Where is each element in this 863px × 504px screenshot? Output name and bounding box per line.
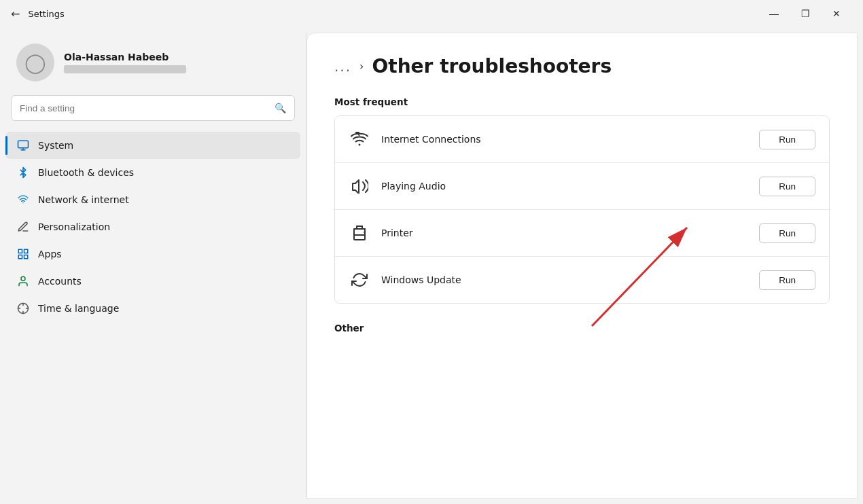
other-section-label: Other [334, 323, 830, 334]
back-icon[interactable]: ← [11, 7, 20, 20]
sidebar-item-label-time: Time & language [38, 303, 119, 314]
run-windows-update-button[interactable]: Run [759, 270, 815, 290]
sidebar-item-system[interactable]: System [5, 132, 300, 159]
troubleshooter-list-frequent: Internet Connections Run Playing Audio R… [334, 115, 830, 304]
user-icon: ◯ [24, 52, 46, 74]
section-label-most-frequent: Most frequent [334, 96, 830, 107]
svg-rect-11 [355, 132, 359, 134]
sidebar-item-network[interactable]: Network & internet [5, 186, 300, 213]
svg-rect-4 [24, 249, 28, 253]
user-name: Ola-Hassan Habeeb [64, 52, 186, 62]
audio-icon [349, 175, 370, 197]
internet-connections-label: Internet Connections [381, 134, 748, 145]
window-controls: — ❐ ✕ [758, 3, 852, 24]
troubleshooter-item-audio: Playing Audio Run [335, 163, 829, 210]
troubleshooter-item-windows-update: Windows Update Run [335, 257, 829, 303]
system-icon [16, 139, 30, 152]
svg-rect-5 [18, 255, 22, 259]
sidebar-item-label-system: System [38, 140, 73, 151]
sidebar-item-label-apps: Apps [38, 249, 62, 259]
printer-icon [349, 222, 370, 244]
app-body: ◯ Ola-Hassan Habeeb 🔍 System [0, 27, 863, 504]
troubleshooter-item-internet: Internet Connections Run [335, 116, 829, 163]
title-bar-left: ← Settings [11, 7, 65, 20]
sidebar: ◯ Ola-Hassan Habeeb 🔍 System [0, 27, 306, 504]
close-button[interactable]: ✕ [821, 3, 852, 24]
svg-rect-13 [357, 226, 362, 229]
svg-rect-12 [354, 235, 365, 240]
sidebar-item-personalization[interactable]: Personalization [5, 213, 300, 240]
search-icon: 🔍 [275, 103, 286, 113]
sidebar-item-label-network: Network & internet [38, 194, 129, 205]
run-printer-button[interactable]: Run [759, 223, 815, 243]
sidebar-item-accounts[interactable]: Accounts [5, 268, 300, 295]
user-section: ◯ Ola-Hassan Habeeb [0, 27, 306, 95]
user-subtitle-bar [64, 65, 186, 73]
sidebar-item-time[interactable]: Time & language [5, 295, 300, 322]
breadcrumb-chevron: › [359, 60, 364, 73]
svg-point-14 [364, 232, 365, 233]
sidebar-item-bluetooth[interactable]: Bluetooth & devices [5, 159, 300, 186]
maximize-button[interactable]: ❐ [790, 3, 821, 24]
svg-rect-0 [18, 141, 29, 148]
windows-update-icon [349, 269, 370, 291]
main-wrapper: ... › Other troubleshooters Most frequen… [306, 27, 863, 504]
playing-audio-label: Playing Audio [381, 181, 748, 192]
svg-point-9 [359, 144, 361, 146]
sidebar-item-label-personalization: Personalization [38, 221, 110, 232]
bluetooth-icon [16, 166, 30, 179]
main-content: ... › Other troubleshooters Most frequen… [306, 33, 858, 499]
search-box[interactable]: 🔍 [11, 95, 295, 121]
network-icon [16, 193, 30, 206]
time-icon [16, 302, 30, 315]
printer-label: Printer [381, 228, 748, 238]
nav-list: System Bluetooth & devices Network & int… [0, 132, 306, 322]
troubleshooter-item-printer: Printer Run [335, 210, 829, 257]
sidebar-item-label-accounts: Accounts [38, 276, 82, 287]
run-audio-button[interactable]: Run [759, 177, 815, 196]
accounts-icon [16, 274, 30, 288]
run-internet-button[interactable]: Run [759, 130, 815, 149]
sidebar-item-label-bluetooth: Bluetooth & devices [38, 167, 134, 178]
svg-point-7 [21, 276, 25, 281]
windows-update-label: Windows Update [381, 274, 748, 285]
title-bar: ← Settings — ❐ ✕ [0, 0, 863, 27]
user-info: Ola-Hassan Habeeb [64, 52, 186, 73]
app-title: Settings [28, 9, 64, 19]
avatar[interactable]: ◯ [16, 43, 54, 82]
breadcrumb-dots[interactable]: ... [334, 58, 351, 75]
search-input[interactable] [20, 103, 275, 113]
minimize-button[interactable]: — [758, 3, 790, 24]
personalization-icon [16, 220, 30, 234]
svg-rect-3 [18, 249, 22, 253]
svg-rect-6 [24, 255, 28, 259]
page-header: ... › Other troubleshooters [334, 55, 830, 77]
internet-icon [349, 128, 370, 150]
sidebar-item-apps[interactable]: Apps [5, 240, 300, 268]
page-title: Other troubleshooters [372, 55, 612, 77]
apps-icon [16, 247, 30, 261]
